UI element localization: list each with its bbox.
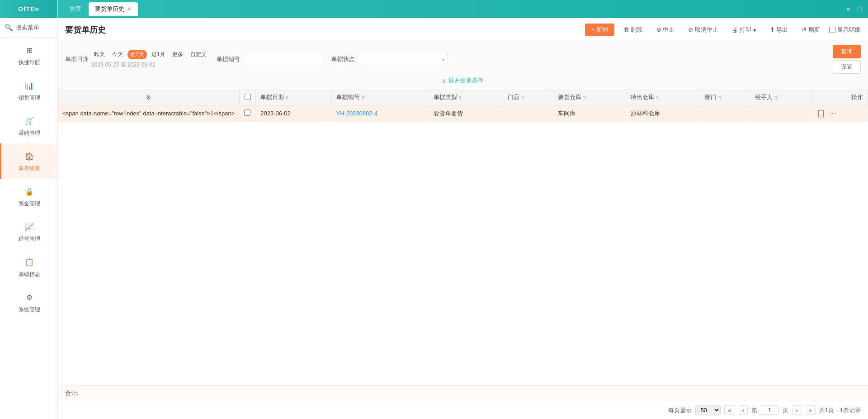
more-icon[interactable]: ⋯: [829, 109, 836, 118]
tab-close-requisition-history[interactable]: ✕: [127, 6, 132, 12]
sidebar-item-quick-nav[interactable]: ⊞ 快捷导航: [0, 38, 57, 73]
show-detail-checkbox-label[interactable]: 显示明细: [829, 26, 861, 34]
pagination: 每页显示 2050100200 « ‹ 第 页 › » 共1页，1条记录: [58, 401, 868, 419]
print-arrow-icon: ▾: [753, 27, 756, 33]
date-shortcut-today[interactable]: 今天: [109, 50, 126, 59]
status-filter-group: 单据状态: [331, 54, 448, 65]
tab-label-home: 首页: [70, 5, 81, 12]
sort-icon-doc_type: ⇅: [458, 95, 462, 100]
table-footer: 合计:: [58, 385, 868, 401]
date-range-display: 2023-05-27 至 2023-06-02: [91, 61, 209, 69]
row-doc-type: 要货单要货: [429, 105, 503, 122]
col-label-req_warehouse: 要货仓库: [558, 94, 581, 100]
col-label-doc_type: 单据类型: [434, 94, 457, 100]
page-title: 要货单历史: [65, 24, 106, 35]
row-doc-no-link[interactable]: YH-20230602-4: [336, 110, 378, 117]
col-header-handler[interactable]: 经手人⇅: [750, 90, 812, 105]
page-size-select[interactable]: 2050100200: [695, 405, 721, 415]
sidebar-item-sales-mgmt[interactable]: 📊 销售管理: [0, 73, 57, 108]
sidebar-item-basic-info[interactable]: 📋 基础信息: [0, 249, 57, 285]
topbar: 首页要货单历史✕ ✕ ❐: [58, 0, 868, 18]
sidebar-label-inventory: 库存核算: [19, 165, 40, 172]
doc-no-input[interactable]: [243, 54, 324, 65]
delete-button[interactable]: 🗑 删除: [619, 24, 647, 36]
status-label: 单据状态: [331, 55, 355, 63]
page-label: 第: [751, 406, 757, 414]
date-shortcut-yesterday[interactable]: 昨天: [91, 50, 108, 59]
sidebar-item-sys-mgmt[interactable]: ⚙ 系统管理: [0, 285, 57, 320]
sidebar-label-quick-nav: 快捷导航: [19, 59, 40, 67]
doc-no-label: 单据编号: [217, 55, 240, 63]
col-label-doc_no: 单据编号: [336, 94, 360, 100]
sidebar-label-basic-info: 基础信息: [19, 271, 40, 278]
sidebar-icon-finance-mgmt: 🔒: [23, 185, 36, 198]
sort-icon-handler: ⇅: [774, 95, 778, 100]
col-header-doc_date[interactable]: 单据日期⇅: [256, 90, 331, 105]
date-shortcut-last1month[interactable]: 近1月: [149, 50, 168, 59]
topbar-tab-home[interactable]: 首页: [63, 2, 88, 16]
window-restore-btn[interactable]: ❐: [857, 6, 863, 13]
col-header-store[interactable]: 门店⇅: [503, 90, 553, 105]
print-button[interactable]: 🖨 打印 ▾: [727, 24, 761, 36]
date-shortcut-more[interactable]: 更多: [170, 50, 186, 59]
sidebar-item-finance-mgmt[interactable]: 🔒 资金管理: [0, 179, 57, 214]
table-settings-icon[interactable]: ⚙: [146, 94, 151, 101]
row-checkbox: [240, 105, 256, 122]
row-pending-warehouse: 原材料仓库: [626, 105, 700, 122]
sidebar-item-inventory[interactable]: 🏠 库存核算: [0, 143, 57, 179]
content-area: 要货单历史 + 新增 🗑 删除 ⊘ 中止 ⊘ 取消中止 🖨 打印 ▾ ⬆ 导出 …: [58, 18, 868, 419]
last-page-btn[interactable]: »: [805, 405, 815, 415]
sort-icon-req_warehouse: ⇅: [583, 95, 586, 100]
filter-actions: 查询 设置: [833, 45, 861, 74]
expand-more-icon: ∨: [442, 77, 447, 84]
next-page-btn[interactable]: ›: [792, 405, 801, 415]
query-button[interactable]: 查询: [833, 45, 861, 58]
col-label-department: 部门: [705, 94, 717, 100]
show-detail-checkbox[interactable]: [829, 27, 835, 33]
row-index: <span data-name="row-index" data-interac…: [58, 105, 240, 122]
tab-label-requisition-history: 要货单历史: [95, 5, 124, 12]
refresh-button[interactable]: ↺ 刷新: [797, 24, 825, 36]
first-page-btn[interactable]: «: [724, 405, 735, 415]
expand-more-label: 展开更多条件: [448, 76, 484, 85]
search-icon: 🔍: [5, 24, 13, 32]
sidebar-item-purchase-mgmt[interactable]: 🛒 采购管理: [0, 108, 57, 143]
export-button[interactable]: ⬆ 导出: [765, 24, 793, 36]
expand-more-btn[interactable]: ∨ 展开更多条件: [65, 76, 861, 85]
sidebar-search[interactable]: 🔍 搜索菜单: [0, 18, 57, 38]
row-doc-no: YH-20230602-4: [331, 105, 429, 122]
page-number-input[interactable]: [761, 405, 779, 415]
col-label-store: 门店: [508, 94, 519, 100]
edit-icon[interactable]: 📋: [816, 109, 826, 118]
cancel-suspend-button[interactable]: ⊘ 取消中止: [684, 24, 723, 36]
select-all-checkbox[interactable]: [245, 94, 251, 100]
doc-no-filter-group: 单据编号: [217, 54, 324, 65]
topbar-tab-requisition-history[interactable]: 要货单历史✕: [89, 2, 138, 16]
window-close-btn[interactable]: ✕: [846, 6, 851, 13]
sidebar-icon-purchase-mgmt: 🛒: [23, 114, 36, 127]
date-shortcut-custom[interactable]: 自定义: [188, 50, 209, 59]
row-handler: [750, 105, 812, 122]
col-header-doc_no[interactable]: 单据编号⇅: [331, 90, 429, 105]
status-select[interactable]: [358, 54, 448, 65]
sidebar-label-finance-mgmt: 资金管理: [19, 200, 40, 208]
sidebar-item-ops-mgmt[interactable]: 📈 经营管理: [0, 214, 57, 249]
suspend-button[interactable]: ⊘ 中止: [652, 24, 679, 36]
sidebar-label-ops-mgmt: 经营管理: [19, 235, 40, 243]
col-header-department[interactable]: 部门⇅: [700, 90, 750, 105]
sort-icon-doc_no: ⇅: [361, 95, 365, 100]
col-header-req_warehouse[interactable]: 要货仓库⇅: [553, 90, 626, 105]
page-size-label: 每页显示: [668, 406, 692, 414]
row-action-icons: 📋⋯: [816, 109, 863, 118]
topbar-controls: ✕ ❐: [846, 6, 863, 13]
col-header-doc_type[interactable]: 单据类型⇅: [429, 90, 503, 105]
prev-page-btn[interactable]: ‹: [739, 405, 748, 415]
new-button[interactable]: + 新增: [585, 24, 614, 36]
date-shortcut-last7days[interactable]: 近7天: [127, 50, 147, 59]
row-checkbox[interactable]: [244, 110, 250, 116]
status-select-wrap: [358, 54, 448, 65]
data-table: ⚙单据日期⇅单据编号⇅单据类型⇅门店⇅要货仓库⇅待出仓库⇅部门⇅经手人⇅操作 <…: [58, 90, 868, 122]
col-header-pending_warehouse[interactable]: 待出仓库⇅: [626, 90, 700, 105]
date-shortcuts: 昨天今天近7天近1月更多自定义 2023-05-27 至 2023-06-02: [91, 50, 209, 69]
filter-settings-button[interactable]: 设置: [833, 60, 861, 74]
